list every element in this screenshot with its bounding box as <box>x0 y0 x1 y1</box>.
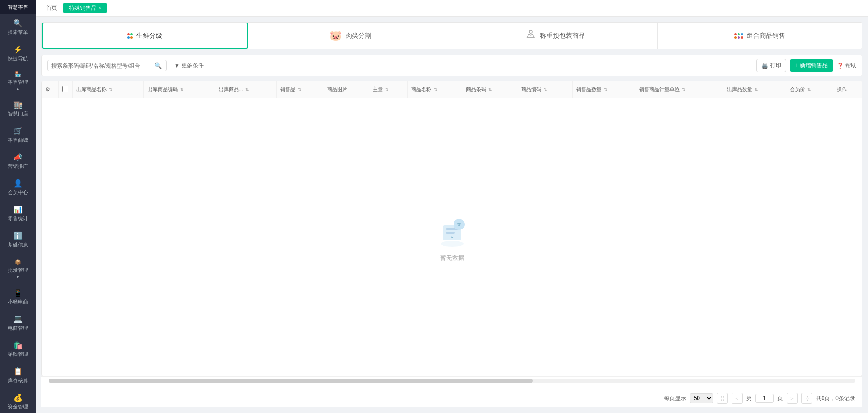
retail-icon: 🏪 <box>15 71 21 77</box>
th-settings[interactable]: ⚙ <box>42 81 58 98</box>
th-barcode[interactable]: 商品条码 ⇅ <box>462 81 517 98</box>
search-icon[interactable]: 🔍 <box>154 62 162 69</box>
search-box[interactable]: 🔍 <box>47 60 167 71</box>
sidebar-label-finance: 资金管理 <box>8 403 28 410</box>
th-image: 商品图片 <box>323 81 369 98</box>
sidebar-label-smartstore: 智慧门店 <box>8 110 28 117</box>
th-out-name-label: 出库商品名称 <box>76 86 107 92</box>
toolbar: 🔍 ▼ 更多条件 🖨️ 打印 + 新增销售品 ❓ 帮助 <box>41 55 862 76</box>
sidebar-item-wholesale[interactable]: 📦 批发管理 ▼ <box>0 255 36 284</box>
home-tab[interactable]: 首页 <box>43 3 60 13</box>
empty-illustration <box>434 212 471 248</box>
sidebar-item-quicknav[interactable]: ⚡ 快捷导航 <box>0 40 36 67</box>
th-goods-code-label: 商品编码 <box>521 86 541 92</box>
th-sale-qty[interactable]: 销售品数量 ⇅ <box>572 81 635 98</box>
page-label: 第 <box>746 395 752 402</box>
th-sale-item-label: 销售品 <box>280 86 295 92</box>
sidebar-item-smartstore[interactable]: 🏬 智慧门店 <box>0 96 36 122</box>
th-main[interactable]: 主量 ⇅ <box>369 81 407 98</box>
sidebar-label-retailmall: 零售商城 <box>8 137 28 143</box>
th-goods-code[interactable]: 商品编码 ⇅ <box>517 81 572 98</box>
sidebar-item-basicinfo[interactable]: ℹ️ 基础信息 <box>0 227 36 253</box>
print-label: 打印 <box>770 62 781 69</box>
sidebar: 智慧零售 🔍 搜索菜单 ⚡ 快捷导航 🏪 零售管理 ▲ 🏬 智慧门店 🛒 零售商… <box>0 0 36 413</box>
sidebar-label-promotion: 营销推广 <box>8 163 28 170</box>
tab-weight[interactable]: 称重预包装商品 <box>453 23 658 49</box>
sidebar-item-retailstat[interactable]: 📊 零售统计 <box>0 201 36 227</box>
sidebar-item-purchase[interactable]: 🛍️ 采购管理 <box>0 336 36 362</box>
th-out-name[interactable]: 出库商品名称 ⇅ <box>72 81 143 98</box>
help-button[interactable]: ❓ 帮助 <box>837 62 857 69</box>
sidebar-item-member[interactable]: 👤 会员中心 <box>0 174 36 201</box>
data-table: ⚙ 出库商品名称 ⇅ 出库商品编码 ⇅ 出库商品... ⇅ <box>42 81 862 98</box>
th-image-label: 商品图片 <box>327 86 347 92</box>
table-header: ⚙ 出库商品名称 ⇅ 出库商品编码 ⇅ 出库商品... ⇅ <box>42 81 862 98</box>
sidebar-item-retailmall[interactable]: 🛒 零售商城 <box>0 122 36 148</box>
sort-icon-12: ⇅ <box>807 87 811 92</box>
svg-rect-6 <box>446 232 455 234</box>
sort-icon: ⇅ <box>109 87 113 92</box>
filter-icon: ▼ <box>174 63 180 69</box>
next-page-button[interactable]: ＞ <box>787 393 798 404</box>
prev-page-button[interactable]: ＜ <box>732 393 743 404</box>
sidebar-item-inventory[interactable]: 📋 库存核算 <box>0 362 36 389</box>
tab-fresh-label: 生鲜分级 <box>136 32 162 40</box>
tab-combo[interactable]: 组合商品销售 <box>658 23 862 49</box>
tab-combo-label: 组合商品销售 <box>747 32 785 40</box>
th-out-spec[interactable]: 出库商品... ⇅ <box>215 81 276 98</box>
search-input[interactable] <box>51 63 153 69</box>
tab-meat[interactable]: 🐷 肉类分割 <box>248 23 453 49</box>
first-page-button[interactable]: ⟨⟨ <box>717 393 728 404</box>
per-page-select[interactable]: 50 10 20 100 <box>690 393 713 403</box>
horizontal-scrollbar[interactable] <box>49 379 855 383</box>
scrollbar-area <box>41 376 862 389</box>
sidebar-item-retail[interactable]: 🏪 零售管理 ▲ <box>0 67 36 96</box>
help-label: 帮助 <box>845 62 857 69</box>
computer-icon: 💻 <box>13 315 23 323</box>
th-member-price[interactable]: 会员价 ⇅ <box>786 81 833 98</box>
tab-fresh[interactable]: 生鲜分级 <box>42 23 248 49</box>
sidebar-item-miniapp[interactable]: 📱 小畅电商 <box>0 284 36 310</box>
scrollbar-thumb[interactable] <box>49 379 533 383</box>
new-button[interactable]: + 新增销售品 <box>790 59 833 72</box>
lightning-icon: ⚡ <box>13 45 23 54</box>
sidebar-label-quicknav: 快捷导航 <box>8 55 28 62</box>
sidebar-label-inventory: 库存核算 <box>8 377 28 384</box>
tab-weight-label: 称重预包装商品 <box>540 32 585 40</box>
page-unit: 页 <box>777 395 783 402</box>
sort-icon-6: ⇅ <box>434 87 437 92</box>
sidebar-label-ecommerce: 电商管理 <box>8 325 28 332</box>
close-tab-button[interactable]: × <box>98 6 101 11</box>
combo-icon <box>734 33 743 39</box>
th-sale-unit[interactable]: 销售商品计量单位 ⇅ <box>635 81 723 98</box>
sort-icon-2: ⇅ <box>180 87 184 92</box>
th-sale-item[interactable]: 销售品 ⇅ <box>277 81 323 98</box>
chevron-right-icon: ▼ <box>16 275 20 279</box>
sort-icon-11: ⇅ <box>755 87 758 92</box>
sidebar-label-search: 搜索菜单 <box>8 29 28 36</box>
page-content: 生鲜分级 🐷 肉类分割 称重预包装商品 <box>36 17 868 413</box>
last-page-button[interactable]: ⟩⟩ <box>801 393 812 404</box>
megaphone-icon: 📣 <box>13 153 23 161</box>
th-out-qty[interactable]: 出库品数量 ⇅ <box>723 81 786 98</box>
help-icon: ❓ <box>837 63 844 69</box>
filter-button[interactable]: ▼ 更多条件 <box>170 60 207 71</box>
page-input[interactable] <box>755 394 774 403</box>
chart-icon: 📊 <box>13 205 23 214</box>
sort-icon-4: ⇅ <box>298 87 301 92</box>
logo-text: 智慧零售 <box>8 4 28 11</box>
th-out-spec-label: 出库商品... <box>219 86 243 92</box>
sidebar-item-search[interactable]: 🔍 搜索菜单 <box>0 14 36 40</box>
th-checkbox[interactable] <box>58 81 72 98</box>
th-action: 操作 <box>833 81 862 98</box>
sidebar-item-promotion[interactable]: 📣 营销推广 <box>0 148 36 174</box>
active-tab[interactable]: 特殊销售品 × <box>63 3 107 13</box>
sidebar-item-ecommerce[interactable]: 💻 电商管理 <box>0 310 36 336</box>
print-button[interactable]: 🖨️ 打印 <box>756 59 786 72</box>
empty-state: 暂无数据 <box>42 98 862 376</box>
select-all-checkbox[interactable] <box>62 86 68 92</box>
th-goods-name[interactable]: 商品名称 ⇅ <box>407 81 462 98</box>
th-out-code[interactable]: 出库商品编码 ⇅ <box>143 81 215 98</box>
sidebar-label-basicinfo: 基础信息 <box>8 241 28 248</box>
sidebar-item-finance[interactable]: 💰 资金管理 <box>0 389 36 413</box>
